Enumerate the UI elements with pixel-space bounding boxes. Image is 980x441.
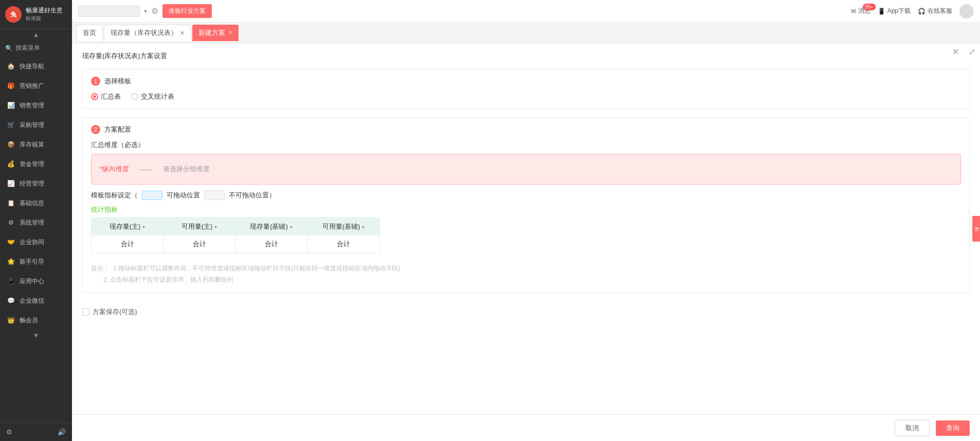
tip-1: 1.拖动标题栏可以调整布局，不可跨维度或指标区域拖动栏目字段(只能在同一维度或指… xyxy=(113,265,400,272)
settings-icon[interactable]: ⚙ xyxy=(6,428,12,436)
stats-col-2[interactable]: 可用量(主) ▾ xyxy=(164,218,235,235)
sidebar-search[interactable]: 🔍 搜索菜单 xyxy=(0,40,72,57)
topbar-right: ✉ 消息 99+ 📱 App下载 🎧 在线客服 xyxy=(851,4,974,19)
tab-inventory-close-icon[interactable]: ✕ xyxy=(180,30,185,36)
tips-title: 提示： xyxy=(91,265,110,272)
messages-badge: 99+ xyxy=(863,4,876,10)
box-icon: 📦 xyxy=(6,140,15,149)
sidebar-item-guide[interactable]: 🌟 新手引导 xyxy=(0,252,72,271)
sidebar-item-enterprise[interactable]: 🤝 企业协同 xyxy=(0,232,72,252)
page-title: 现存量(库存状况表)方案设置 xyxy=(82,51,970,61)
right-side-tab[interactable]: Ai xyxy=(972,216,980,242)
messages-btn[interactable]: ✉ 消息 99+ xyxy=(851,7,870,15)
chat-icon: 💬 xyxy=(6,296,15,305)
panel-expand-btn[interactable]: ⤢ xyxy=(964,43,980,60)
save-checkbox[interactable] xyxy=(82,308,89,316)
topbar-left: ▾ ⚙ 体验行业方案 xyxy=(78,4,846,18)
online-service-btn[interactable]: 🎧 在线客服 xyxy=(918,7,952,15)
panel-close-btn[interactable]: ✕ xyxy=(947,43,964,60)
gear-icon: ⚙ xyxy=(6,218,15,227)
topbar-chevron-icon[interactable]: ▾ xyxy=(144,8,147,15)
dimension-box[interactable]: *纵向维度 —— 请选择分组维度 xyxy=(91,154,961,185)
app-name: 畅康通好生意 xyxy=(26,7,63,15)
app-edition: 标准版 xyxy=(26,15,63,22)
sidebar-item-marketing[interactable]: 🎁 营销推广 xyxy=(0,76,72,96)
message-icon: ✉ xyxy=(851,8,856,15)
sidebar-item-basic[interactable]: 📋 基础信息 xyxy=(0,193,72,213)
tab-new-scheme[interactable]: 新建方案 ✕ xyxy=(192,25,239,41)
tab-inventory-status[interactable]: 现存量（库存状况表） ✕ xyxy=(104,25,191,41)
sidebar-scroll-up[interactable]: ▲ xyxy=(0,29,72,40)
step2-title: 方案配置 xyxy=(104,125,131,134)
topbar-gear-icon[interactable]: ⚙ xyxy=(151,6,158,16)
stats-cell-1: 合计 xyxy=(92,235,164,253)
sidebar-item-inventory[interactable]: 📦 库存核算 xyxy=(0,135,72,154)
tab-home[interactable]: 首页 xyxy=(76,25,103,41)
avatar[interactable] xyxy=(959,4,974,19)
query-button[interactable]: 查询 xyxy=(936,420,970,436)
radio-summary-dot xyxy=(91,93,98,100)
nodrag-label: 不可拖动位置） xyxy=(229,191,276,200)
tip-2: 2. 点击标题栏下拉可设置排序、插入列和删除列 xyxy=(103,276,233,283)
app-download-btn[interactable]: 📱 App下载 xyxy=(878,7,911,15)
stats-cell-2: 合计 xyxy=(164,235,235,253)
sidebar-item-operations[interactable]: 📈 经营管理 xyxy=(0,174,72,193)
tips: 提示： 1.拖动标题栏可以调整布局，不可跨维度或指标区域拖动栏目字段(只能在同一… xyxy=(91,263,961,285)
non-drag-box xyxy=(204,191,225,200)
step1-title: 选择模板 xyxy=(104,77,131,86)
sidebar-bottom: ⚙ 🔊 xyxy=(0,422,72,441)
stats-table-header: 现存量(主) ▾ 可用量(主) ▾ 现存量(基辅) ▾ 可用量(基辅) xyxy=(92,218,379,235)
sidebar-item-finance[interactable]: 💰 资金管理 xyxy=(0,154,72,174)
radio-cross[interactable]: 交叉统计表 xyxy=(131,92,174,101)
audio-icon[interactable]: 🔊 xyxy=(58,428,66,436)
sidebar-item-system[interactable]: ⚙ 系统管理 xyxy=(0,213,72,232)
cancel-button[interactable]: 取消 xyxy=(895,420,930,436)
trending-icon: 📈 xyxy=(6,179,15,188)
search-icon: 🔍 xyxy=(5,45,13,52)
sidebar-item-sales[interactable]: 📊 销售管理 xyxy=(0,96,72,115)
panel-controls: ✕ ⤢ xyxy=(947,43,980,60)
sidebar-item-app[interactable]: 📱 应用中心 xyxy=(0,271,72,291)
sidebar-item-quick-nav[interactable]: 🏠 快捷导航 xyxy=(0,57,72,76)
stats-col-2-name: 可用量(主) xyxy=(182,222,213,231)
chart-icon: 📊 xyxy=(6,101,15,110)
sidebar-item-vip[interactable]: 👑 畅会员 xyxy=(0,310,72,330)
sidebar-item-purchase[interactable]: 🛒 采购管理 xyxy=(0,115,72,135)
sidebar-item-wechat[interactable]: 💬 企业微信 xyxy=(0,291,72,310)
drag-box xyxy=(142,191,162,200)
main-panel: ▾ ⚙ 体验行业方案 ✉ 消息 99+ 📱 App下载 🎧 在线客服 首页 xyxy=(72,0,980,441)
topbar-search-input[interactable] xyxy=(78,6,140,17)
step1-header: 1 选择模板 xyxy=(91,77,961,86)
stats-cell-4: 合计 xyxy=(307,235,379,253)
step1-badge: 1 xyxy=(91,77,100,86)
section-step2: 2 方案配置 汇总维度（必选） *纵向维度 —— 请选择分组维度 模板指标设定（… xyxy=(82,117,970,293)
headset-icon: 🎧 xyxy=(918,8,925,15)
ai-label: Ai xyxy=(974,227,979,231)
sidebar-scroll-down[interactable]: ▼ xyxy=(0,330,72,340)
industry-btn[interactable]: 体验行业方案 xyxy=(162,4,212,18)
cart-icon: 🛒 xyxy=(6,120,15,130)
indicator-label-text: 模板指标设定（ xyxy=(91,191,138,200)
stats-col-1[interactable]: 现存量(主) ▾ xyxy=(92,218,164,235)
template-options: 汇总表 交叉统计表 xyxy=(91,92,961,101)
dim-placeholder: 请选择分组维度 xyxy=(163,164,210,174)
clipboard-icon: 📋 xyxy=(6,198,15,208)
stats-col-4[interactable]: 可用量(基辅) ▾ xyxy=(307,218,379,235)
radio-summary-label: 汇总表 xyxy=(101,92,121,101)
step2-header: 2 方案配置 xyxy=(91,125,961,134)
phone-icon: 📱 xyxy=(6,277,15,286)
stats-col-3[interactable]: 现存量(基辅) ▾ xyxy=(235,218,307,235)
sidebar: 兔 畅康通好生意 标准版 ▲ 🔍 搜索菜单 🏠 快捷导航 🎁 营销推广 📊 销售… xyxy=(0,0,72,441)
indicator-settings: 模板指标设定（ 可拖动位置 不可拖动位置） xyxy=(91,191,961,200)
star-icon: 🌟 xyxy=(6,257,15,266)
dim-dash: —— xyxy=(139,166,153,173)
radio-summary[interactable]: 汇总表 xyxy=(91,92,121,101)
radio-cross-dot xyxy=(131,93,138,100)
stats-table-body: 合计 合计 合计 合计 xyxy=(92,235,379,253)
stats-col-4-name: 可用量(基辅) xyxy=(322,222,360,231)
stats-cell-3: 合计 xyxy=(235,235,307,253)
logo-icon: 兔 xyxy=(5,6,22,23)
tab-new-scheme-close-icon[interactable]: ✕ xyxy=(228,29,232,36)
dimension-label: 汇总维度（必选） xyxy=(91,140,961,150)
section-step1: 1 选择模板 汇总表 交叉统计表 xyxy=(82,69,970,109)
